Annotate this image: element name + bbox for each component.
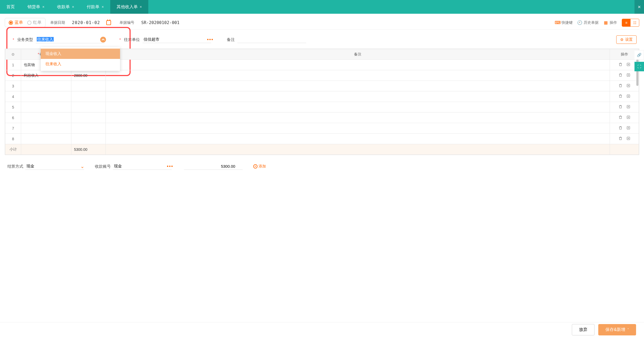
row-delete-button[interactable]	[618, 105, 623, 110]
cell-amount[interactable]	[71, 134, 106, 144]
party-input[interactable]	[142, 36, 211, 43]
close-icon[interactable]: ×	[140, 5, 142, 9]
settings-button[interactable]: ⚙ 设置	[616, 35, 637, 44]
row-add-button[interactable]	[626, 126, 631, 131]
remark-input[interactable]	[237, 36, 306, 43]
cell-income-cat[interactable]	[21, 123, 71, 134]
cell-amount[interactable]	[71, 102, 106, 113]
cell-remark[interactable]	[106, 102, 610, 113]
lookup-icon[interactable]: •••	[167, 164, 173, 169]
settle-account-input[interactable]	[113, 163, 172, 170]
tab-sales-order[interactable]: 销货单×	[21, 0, 51, 14]
ops-button[interactable]: ▦操作	[603, 20, 617, 25]
col-config[interactable]: ⚙	[5, 49, 21, 60]
table-row: 2利息收入2800.00	[5, 70, 639, 81]
form-row: * 业务类型 往来收入 现金收入 往来收入 * 往来单位 ••• 备注 ⚙ 设置	[5, 30, 639, 49]
docno-value: SR-20200102-001	[141, 20, 180, 25]
radio-red[interactable]: 红单	[27, 20, 42, 25]
biz-type-label: 业务类型	[17, 37, 33, 42]
tab-home[interactable]: 首页	[0, 0, 21, 14]
row-add-button[interactable]	[626, 105, 631, 110]
cell-remark[interactable]	[106, 134, 610, 144]
add-settlement-button[interactable]: + 添加	[253, 164, 266, 169]
date-value[interactable]: 2020-01-02	[72, 20, 100, 25]
cell-income-cat[interactable]	[21, 81, 71, 91]
date-label: 单据日期	[50, 20, 65, 25]
row-delete-button[interactable]	[618, 83, 623, 88]
row-add-button[interactable]	[626, 115, 631, 120]
close-icon[interactable]: ×	[42, 5, 44, 9]
cell-amount[interactable]	[71, 91, 106, 102]
calendar-icon[interactable]	[106, 20, 111, 25]
remark-field: 备注	[227, 36, 306, 43]
cell-remark[interactable]	[106, 91, 610, 102]
tab-payment[interactable]: 付款单×	[80, 0, 110, 14]
cell-remark[interactable]	[106, 60, 610, 70]
settle-account-label: 收款账号	[95, 164, 111, 169]
table-row: 6	[5, 113, 639, 123]
cell-remark[interactable]	[106, 81, 610, 91]
row-add-button[interactable]	[626, 136, 631, 141]
table-row: 4	[5, 91, 639, 102]
expand-icon: ⛶	[637, 64, 641, 69]
row-delete-button[interactable]	[618, 115, 623, 120]
chevron-down-icon[interactable]: ⌄	[80, 163, 84, 169]
cell-remark[interactable]	[106, 113, 610, 123]
radio-icon	[9, 21, 13, 25]
side-rail: 🔗 ⛶	[634, 50, 644, 71]
cell-income-cat[interactable]: 利息收入	[21, 70, 71, 81]
row-index: 8	[5, 134, 21, 144]
cell-amount[interactable]	[71, 123, 106, 134]
view-toggle: ≡ ☷	[622, 19, 639, 27]
chevron-up-icon[interactable]	[100, 37, 106, 43]
cell-income-cat[interactable]	[21, 134, 71, 144]
row-index: 7	[5, 123, 21, 134]
row-delete-button[interactable]	[618, 136, 623, 141]
shortcut-button[interactable]: ⌨快捷键	[555, 20, 573, 25]
cell-amount[interactable]	[71, 81, 106, 91]
cell-income-cat[interactable]	[21, 102, 71, 113]
lookup-icon[interactable]: •••	[207, 37, 214, 43]
plus-icon: +	[253, 164, 257, 168]
row-add-button[interactable]	[626, 83, 631, 88]
cell-remark[interactable]	[106, 70, 610, 81]
table-row: 8	[5, 134, 639, 144]
row-index: 4	[5, 91, 21, 102]
subtotal-label: 小计	[5, 144, 21, 155]
gear-icon: ⚙	[11, 52, 15, 57]
cell-income-cat[interactable]	[21, 113, 71, 123]
close-icon[interactable]: ×	[72, 5, 74, 9]
history-button[interactable]: 🕘历史单据	[577, 20, 599, 25]
remark-label: 备注	[227, 37, 235, 42]
row-add-button[interactable]	[626, 94, 631, 99]
view-detail-button[interactable]: ☷	[631, 19, 639, 26]
expand-button[interactable]: ⛶	[634, 62, 644, 71]
keyboard-icon: ⌨	[555, 20, 560, 25]
close-icon[interactable]: ×	[102, 5, 104, 9]
view-list-button[interactable]: ≡	[622, 19, 631, 26]
panel-close-button[interactable]: ×	[634, 0, 644, 14]
row-delete-button[interactable]	[618, 126, 623, 131]
row-add-button[interactable]	[626, 62, 631, 67]
settle-method-input[interactable]	[25, 163, 84, 170]
row-delete-button[interactable]	[618, 94, 623, 99]
radio-blue[interactable]: 蓝单	[9, 20, 23, 25]
dropdown-option-ar-income[interactable]: 往来收入	[41, 59, 120, 69]
row-delete-button[interactable]	[618, 62, 623, 67]
cell-remark[interactable]	[106, 123, 610, 134]
settle-amount-input[interactable]	[184, 163, 243, 170]
order-color-radio: 蓝单 红单	[5, 18, 45, 27]
dropdown-option-cash-income[interactable]: 现金收入	[41, 49, 120, 59]
cell-amount[interactable]: 2800.00	[71, 70, 106, 81]
biz-type-input[interactable]: 往来收入	[36, 36, 104, 43]
biz-type-dropdown: 现金收入 往来收入	[41, 47, 120, 71]
cell-amount[interactable]	[71, 113, 106, 123]
cell-income-cat[interactable]	[21, 91, 71, 102]
tab-other-income[interactable]: 其他收入单×	[110, 0, 148, 14]
tab-receipt[interactable]: 收款单×	[51, 0, 80, 14]
required-marker: *	[13, 38, 14, 42]
row-add-button[interactable]	[626, 73, 631, 78]
attachment-button[interactable]: 🔗	[634, 50, 644, 60]
top-tab-bar: 首页 销货单× 收款单× 付款单× 其他收入单× ×	[0, 0, 644, 14]
row-delete-button[interactable]	[618, 73, 623, 78]
